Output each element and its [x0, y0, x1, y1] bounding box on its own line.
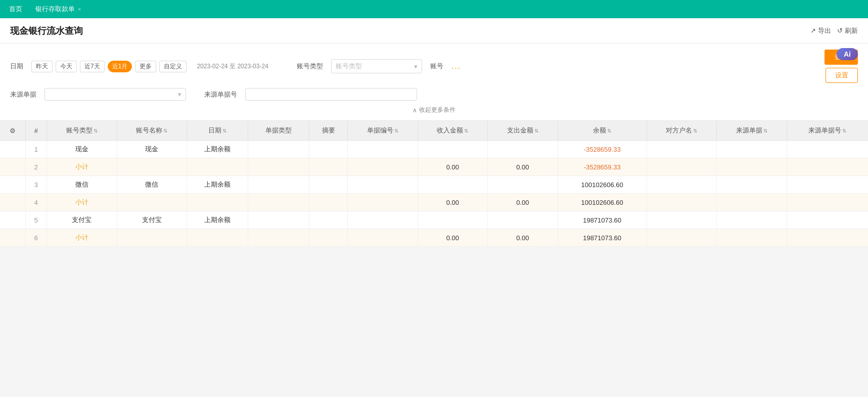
date-option-昨天[interactable]: 昨天 [31, 61, 53, 72]
row-account-type: 小计 [47, 229, 117, 247]
row-source-doc-no [787, 229, 868, 247]
row-counterpart [647, 141, 717, 158]
row-index: 3 [25, 176, 47, 194]
subtotal-label: 小计 [75, 234, 88, 241]
col-income[interactable]: 收入金额⇅ [418, 121, 488, 141]
tab-close-icon[interactable]: × [78, 6, 81, 12]
col-date[interactable]: 日期⇅ [187, 121, 248, 141]
col-balance[interactable]: 余额⇅ [558, 121, 647, 141]
row-account-name [117, 194, 187, 211]
ai-badge[interactable]: Ai [837, 48, 858, 60]
row-account-type: 小计 [47, 158, 117, 176]
nav-tab-银行存取款单[interactable]: 银行存取款单× [29, 0, 100, 18]
col-doc_no[interactable]: 单据编号⇅ [347, 121, 418, 141]
refresh-button[interactable]: ↺ 刷新 [837, 26, 858, 35]
table-row: 6小计0.000.0019871073.60 [0, 229, 868, 247]
date-option-更多[interactable]: 更多 [135, 61, 156, 72]
row-expense: 0.00 [488, 229, 558, 247]
date-option-近1月[interactable]: 近1月 [108, 61, 132, 72]
sort-icon-doc_no: ⇅ [394, 128, 398, 134]
col-index: # [25, 121, 47, 141]
row-index: 4 [25, 194, 47, 211]
row-account-type: 小计 [47, 194, 117, 211]
row-account-name [117, 229, 187, 247]
row-account-name: 微信 [117, 176, 187, 194]
date-label: 日期 [10, 62, 23, 71]
settings-button[interactable]: 设置 [826, 68, 858, 83]
filter-area: 日期 昨天今天近7天近1月更多自定义 2023-02-24 至 2023-03-… [0, 43, 868, 121]
row-doc-no [347, 229, 418, 247]
table-head: ⚙#账号类型⇅账号名称⇅日期⇅单据类型摘要单据编号⇅收入金额⇅支出金额⇅余额⇅对… [0, 121, 868, 141]
date-range: 2023-02-24 至 2023-03-24 [197, 62, 268, 71]
col-source_doc[interactable]: 来源单据⇅ [717, 121, 787, 141]
row-expense [488, 141, 558, 158]
row-source-doc [717, 194, 787, 211]
row-income: 0.00 [418, 158, 488, 176]
row-balance: 19871073.60 [558, 229, 647, 247]
source-doc-select[interactable]: ▾ [44, 88, 186, 101]
source-doc-no-input[interactable] [245, 88, 417, 101]
main-table: ⚙#账号类型⇅账号名称⇅日期⇅单据类型摘要单据编号⇅收入金额⇅支出金额⇅余额⇅对… [0, 121, 868, 247]
date-options: 昨天今天近7天近1月更多自定义 [31, 61, 187, 72]
sort-icon-account_type: ⇅ [94, 128, 98, 134]
account-type-chevron-icon: ▾ [414, 63, 418, 70]
date-option-今天[interactable]: 今天 [56, 61, 77, 72]
balance-value: -3528659.33 [584, 146, 621, 153]
account-type-placeholder: 账号类型 [336, 62, 362, 71]
row-index: 2 [25, 158, 47, 176]
row-income: 0.00 [418, 229, 488, 247]
table-row: 4小计0.000.00100102606.60 [0, 194, 868, 211]
row-account-name: 支付宝 [117, 211, 187, 229]
row-gear-cell [0, 194, 25, 211]
row-date: 上期余额 [187, 211, 248, 229]
row-date: 上期余额 [187, 176, 248, 194]
row-doc-no [347, 194, 418, 211]
sort-icon-account_name: ⇅ [163, 128, 167, 134]
filter-row-date: 日期 昨天今天近7天近1月更多自定义 2023-02-24 至 2023-03-… [10, 50, 858, 83]
sort-icon-income: ⇅ [464, 128, 468, 134]
col-account_name[interactable]: 账号名称⇅ [117, 121, 187, 141]
date-option-近7天[interactable]: 近7天 [80, 61, 105, 72]
filter-row-source: 来源单据 ▾ 来源单据号 [10, 88, 858, 101]
col-expense[interactable]: 支出金额⇅ [488, 121, 558, 141]
row-source-doc [717, 211, 787, 229]
account-dots-button[interactable]: ... [451, 62, 461, 71]
row-source-doc [717, 141, 787, 158]
source-doc-label: 来源单据 [10, 90, 36, 99]
page-title: 现金银行流水查询 [10, 25, 83, 37]
nav-tabs: 收款单×付款单×其他收入单×应收应付调整单×银行存取款单×预收冲应收单×收款核销… [29, 0, 100, 18]
subtotal-label: 小计 [75, 198, 88, 206]
row-doc-no [347, 141, 418, 158]
collapse-label: 收起更多条件 [419, 106, 455, 114]
export-button[interactable]: ↗ 导出 [810, 26, 831, 35]
row-expense [488, 211, 558, 229]
col-summary: 摘要 [309, 121, 347, 141]
account-type-select[interactable]: 账号类型 ▾ [331, 59, 422, 73]
row-date [187, 158, 248, 176]
row-summary [309, 176, 347, 194]
gear-icon[interactable]: ⚙ [10, 127, 16, 135]
nav-home[interactable]: 首页 [2, 0, 29, 18]
row-doc-type [248, 211, 309, 229]
row-balance: 100102606.60 [558, 194, 647, 211]
row-summary [309, 194, 347, 211]
source-doc-no-label: 来源单据号 [204, 90, 237, 99]
row-income [418, 211, 488, 229]
date-option-自定义[interactable]: 自定义 [159, 61, 187, 72]
col-account_type[interactable]: 账号类型⇅ [47, 121, 117, 141]
row-counterpart [647, 211, 717, 229]
subtotal-label: 小计 [75, 163, 88, 170]
row-index: 1 [25, 141, 47, 158]
collapse-button[interactable]: ∧ 收起更多条件 [413, 106, 455, 114]
col-source_doc_no[interactable]: 来源单据号⇅ [787, 121, 868, 141]
row-counterpart [647, 158, 717, 176]
row-gear-cell [0, 211, 25, 229]
top-nav: 首页 收款单×付款单×其他收入单×应收应付调整单×银行存取款单×预收冲应收单×收… [0, 0, 868, 18]
row-doc-type [248, 229, 309, 247]
sort-icon-date: ⇅ [222, 128, 226, 134]
col-counterpart[interactable]: 对方户名⇅ [647, 121, 717, 141]
row-account-name: 现金 [117, 141, 187, 158]
row-doc-no [347, 176, 418, 194]
row-index: 6 [25, 229, 47, 247]
row-summary [309, 229, 347, 247]
